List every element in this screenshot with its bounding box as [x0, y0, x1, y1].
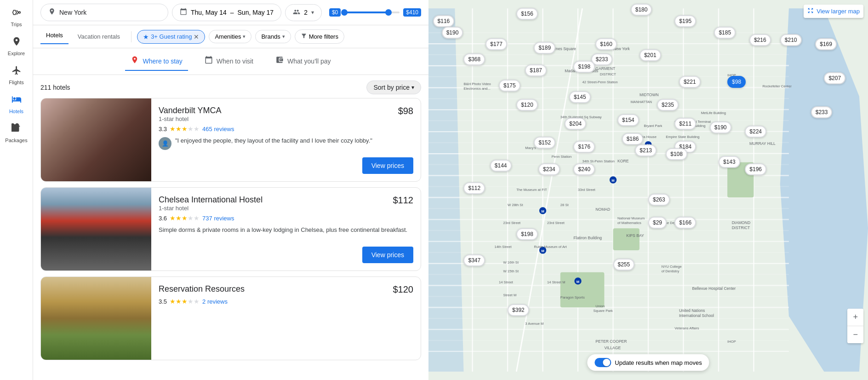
price-pin[interactable]: $176	[573, 141, 595, 153]
hotel-card-chelsea[interactable]: Chelsea International Hostel 1-star hote…	[40, 187, 421, 271]
hotel-name-chelsea: Chelsea International Hostel 1-star hote…	[159, 195, 263, 212]
sort-button[interactable]: Sort by price ▾	[366, 81, 421, 94]
price-slider-track[interactable]	[344, 12, 400, 13]
price-pin[interactable]: $198	[516, 228, 538, 240]
price-pin[interactable]: $145	[569, 91, 591, 103]
price-pin[interactable]: $204	[565, 118, 586, 130]
slider-thumb-min[interactable]	[341, 9, 348, 16]
location-search[interactable]: New York	[40, 4, 168, 21]
price-pin[interactable]: $263	[648, 194, 670, 206]
sidebar-item-flights[interactable]: Flights	[2, 62, 31, 89]
price-pin[interactable]: $368	[463, 53, 485, 65]
price-pin[interactable]: $347	[463, 254, 485, 266]
tab-when-to-visit[interactable]: When to visit	[199, 52, 259, 71]
price-pin[interactable]: $177	[485, 38, 507, 50]
price-pin[interactable]: $169	[815, 38, 837, 50]
hotel-card-vanderbilt[interactable]: Vanderbilt YMCA 1-star hotel $98 3.3 ★★★…	[40, 98, 421, 182]
hotel-image-chelsea	[41, 188, 151, 271]
price-pin[interactable]: $233	[591, 53, 613, 65]
price-pin[interactable]: $233	[811, 106, 833, 118]
zoom-out-button[interactable]: −	[847, 326, 863, 343]
filter-hotels-tab[interactable]: Hotels	[40, 29, 69, 44]
price-pin[interactable]: $120	[516, 99, 538, 111]
price-pin[interactable]: $195	[674, 15, 696, 27]
price-pin[interactable]: $152	[534, 137, 555, 149]
filter-guest-rating[interactable]: ★ 3+ Guest rating ✕	[137, 30, 205, 44]
update-toggle-switch[interactable]	[594, 358, 611, 367]
price-pin[interactable]: $240	[573, 163, 595, 175]
price-pin[interactable]: $201	[640, 49, 661, 61]
hotel-card-reservation[interactable]: Reservation Resources $120 3.5 ★★★★★ 2 r…	[40, 276, 421, 360]
price-pin[interactable]: $112	[463, 182, 485, 194]
expand-map-button[interactable]: View larger map	[804, 5, 863, 18]
price-pin[interactable]: $216	[749, 34, 771, 46]
amenities-label: Amenities	[215, 33, 241, 40]
price-pin[interactable]: $210	[780, 34, 802, 46]
price-pin[interactable]: $180	[631, 4, 652, 16]
filter-more[interactable]: More filters	[295, 29, 344, 44]
checkout-date: Sun, May 17	[238, 9, 274, 16]
price-pin[interactable]: $224	[745, 126, 766, 138]
expand-label: View larger map	[817, 8, 860, 15]
guests-icon	[293, 8, 300, 17]
sidebar-item-explore[interactable]: Explore	[2, 33, 31, 60]
price-pin[interactable]: $189	[534, 42, 555, 54]
reviews-count-reservation[interactable]: 2 reviews	[202, 298, 228, 305]
sidebar-item-hotels[interactable]: Hotels	[2, 91, 31, 118]
price-pin[interactable]: $207	[824, 72, 845, 84]
price-pin[interactable]: $144	[490, 160, 512, 172]
price-pin[interactable]: $175	[499, 80, 520, 92]
price-pin[interactable]: $166	[674, 217, 696, 229]
sidebar-item-trips[interactable]: Trips	[2, 4, 31, 31]
price-pin[interactable]: $185	[714, 27, 736, 39]
price-pin[interactable]: $154	[617, 114, 639, 126]
tab-what-youll-pay[interactable]: What you'll pay	[270, 52, 337, 71]
view-prices-vanderbilt[interactable]: View prices	[362, 157, 413, 174]
price-pin[interactable]: $234	[538, 163, 560, 175]
price-max: $410	[403, 8, 421, 17]
guests-selector[interactable]: 2 ▾	[285, 4, 322, 21]
filter-vacation-tab[interactable]: Vacation rentals	[72, 30, 126, 43]
where-to-stay-label: Where to stay	[143, 58, 182, 65]
price-pin[interactable]: $196	[745, 163, 766, 175]
price-pin[interactable]: $255	[613, 259, 635, 271]
price-range[interactable]: $0 $410	[329, 8, 421, 17]
price-pin[interactable]: $116	[433, 15, 455, 27]
price-pin[interactable]: $143	[719, 156, 740, 168]
filter-amenities[interactable]: Amenities ▾	[209, 30, 251, 43]
location-icon	[48, 8, 56, 17]
guest-rating-close[interactable]: ✕	[194, 33, 199, 40]
reviews-count-vanderbilt[interactable]: 465 reviews	[202, 126, 234, 132]
price-pin[interactable]: $29	[648, 217, 667, 229]
sort-dropdown-icon: ▾	[411, 84, 414, 91]
price-pin[interactable]: $160	[595, 38, 617, 50]
results-count: 211 hotels	[40, 84, 70, 91]
price-pin[interactable]: $187	[525, 64, 547, 76]
price-pin[interactable]: $186	[622, 133, 644, 145]
price-pin[interactable]: $156	[516, 8, 538, 20]
reviews-count-chelsea[interactable]: 737 reviews	[202, 215, 234, 222]
view-prices-chelsea[interactable]: View prices	[362, 247, 413, 263]
price-pin[interactable]: $392	[508, 304, 529, 316]
date-range[interactable]: Thu, May 14 – Sun, May 17	[172, 4, 281, 21]
hotels-icon	[11, 94, 22, 107]
price-pin[interactable]: $98	[727, 76, 746, 88]
price-pin[interactable]: $221	[679, 76, 701, 88]
expand-icon	[807, 7, 814, 15]
tab-where-to-stay[interactable]: Where to stay	[125, 52, 188, 71]
what-pay-label: What you'll pay	[287, 58, 331, 65]
price-pin[interactable]: $211	[674, 118, 696, 130]
hotel-info-vanderbilt: Vanderbilt YMCA 1-star hotel $98 3.3 ★★★…	[151, 98, 421, 181]
price-pin[interactable]: $213	[635, 144, 657, 156]
hotel-type-vanderbilt: 1-star hotel	[159, 115, 221, 122]
zoom-in-button[interactable]: +	[847, 309, 863, 326]
filter-brands[interactable]: Brands ▾	[255, 30, 291, 43]
slider-thumb-max[interactable]	[385, 9, 392, 16]
price-pin[interactable]: $108	[666, 148, 687, 160]
price-pin[interactable]: $198	[573, 61, 595, 73]
sidebar-item-packages[interactable]: Packages	[2, 120, 31, 147]
price-pin[interactable]: $235	[657, 99, 679, 111]
price-pin[interactable]: $190	[442, 27, 463, 39]
map-container[interactable]: M M M M M M Times Square New York Madame…	[428, 0, 868, 380]
price-pin[interactable]: $190	[710, 121, 731, 133]
